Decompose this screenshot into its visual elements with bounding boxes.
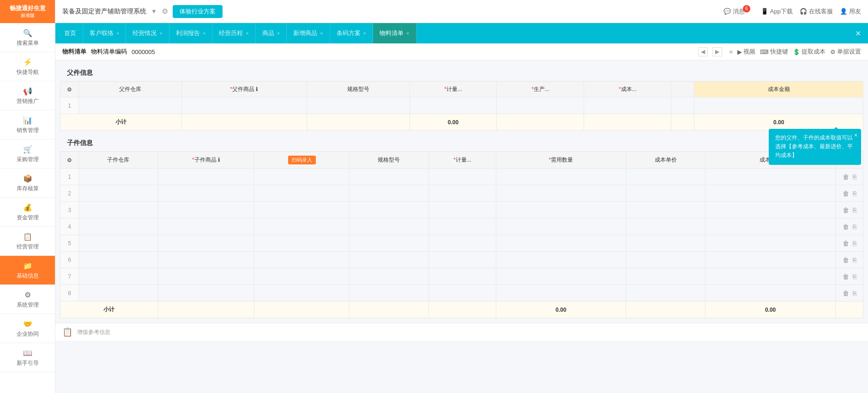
nav-tab-7[interactable]: 条码方案× [330, 23, 373, 43]
child-row-1-product[interactable] [158, 169, 254, 185]
nav-tab-close-6[interactable]: × [320, 30, 323, 36]
sidebar-item-7[interactable]: 📋 经营管理 [0, 227, 55, 256]
parent-row-1-spec[interactable] [307, 97, 410, 114]
child-row-6-qty[interactable] [496, 252, 626, 268]
child-row-2-product[interactable] [158, 185, 254, 202]
video-action[interactable]: ▶ 视频 [737, 48, 755, 56]
scan-button[interactable]: 扫码录入 [288, 156, 316, 164]
sidebar-item-10[interactable]: 🤝 企业协同 [0, 314, 55, 343]
child-row-1-spec[interactable] [350, 169, 429, 185]
nav-tab-close-8[interactable]: × [406, 30, 409, 36]
parent-gear-th[interactable]: ⚙ [60, 82, 79, 97]
nav-tab-0[interactable]: 首页 [58, 23, 83, 43]
child-row-5-spec[interactable] [350, 235, 429, 252]
nav-tab-close-4[interactable]: × [246, 30, 248, 36]
child-row-3-amount[interactable] [705, 202, 836, 218]
nav-tab-close-7[interactable]: × [363, 30, 366, 36]
nav-tab-8[interactable]: 物料清单× [373, 23, 416, 43]
child-row-4-warehouse[interactable] [79, 218, 158, 235]
child-row-5-qty[interactable] [496, 235, 626, 252]
copy-icon-8[interactable]: ⎘ [853, 290, 856, 297]
online-service-item[interactable]: 🎧 在线客服 [800, 7, 833, 16]
child-row-2-qty[interactable] [496, 185, 626, 202]
copy-icon-4[interactable]: ⎘ [853, 223, 856, 230]
child-gear-th[interactable]: ⚙ [60, 152, 79, 169]
child-row-7-warehouse[interactable] [79, 268, 158, 285]
tooltip-close-button[interactable]: × [854, 131, 857, 140]
sidebar-item-4[interactable]: 🛒 采购管理 [0, 139, 55, 169]
child-row-5-product[interactable] [158, 235, 254, 252]
extract-cost-action[interactable]: 💲 提取成本 [793, 48, 826, 56]
parent-row-1-cost[interactable] [584, 97, 671, 114]
child-row-1-qty[interactable] [496, 169, 626, 185]
child-row-5-unit-price[interactable] [626, 235, 705, 252]
sidebar-item-9[interactable]: ⚙ 系统管理 [0, 285, 55, 314]
nav-tab-4[interactable]: 经营历程× [212, 23, 255, 43]
child-row-4-unit[interactable] [428, 218, 496, 235]
child-row-6-warehouse[interactable] [79, 252, 158, 268]
child-row-2-amount[interactable] [705, 185, 836, 202]
nav-arrow-prev[interactable]: ◀ [698, 47, 708, 56]
delete-icon-1[interactable]: 🗑 [843, 173, 849, 181]
child-row-5-scan[interactable] [254, 235, 350, 252]
nav-tab-close-5[interactable]: × [277, 30, 280, 36]
nav-arrow-next[interactable]: ▶ [712, 47, 722, 56]
nav-tab-3[interactable]: 利润报告× [169, 23, 212, 43]
single-settings-action[interactable]: ⚙ 单据设置 [830, 48, 861, 56]
child-row-1-scan[interactable] [254, 169, 350, 185]
grid-view-icon[interactable]: ≡ [729, 48, 733, 55]
parent-row-1-unit[interactable] [410, 97, 497, 114]
parent-row-1-produce[interactable] [497, 97, 584, 114]
nav-tab-2[interactable]: 经营情况× [126, 23, 169, 43]
child-row-1-amount[interactable] [705, 169, 836, 185]
close-all-tabs-button[interactable]: ✕ [850, 29, 866, 38]
sidebar-item-1[interactable]: ⚡ 快捷导航 [0, 52, 55, 81]
child-row-2-unit[interactable] [428, 185, 496, 202]
sidebar-item-0[interactable]: 🔍 搜索菜单 [0, 23, 55, 52]
delete-icon-3[interactable]: 🗑 [843, 206, 849, 214]
delete-icon-8[interactable]: 🗑 [843, 290, 849, 297]
child-row-5-amount[interactable] [705, 235, 836, 252]
nav-tab-close-2[interactable]: × [159, 30, 162, 36]
delete-icon-7[interactable]: 🗑 [843, 273, 849, 280]
child-row-6-unit[interactable] [428, 252, 496, 268]
child-row-2-scan[interactable] [254, 185, 350, 202]
child-row-6-unit-price[interactable] [626, 252, 705, 268]
copy-icon-2[interactable]: ⎘ [853, 190, 856, 197]
parent-row-1-amount[interactable] [694, 97, 863, 114]
sidebar-item-5[interactable]: 📦 库存核算 [0, 169, 55, 198]
child-row-1-warehouse[interactable] [79, 169, 158, 185]
delete-icon-4[interactable]: 🗑 [843, 223, 849, 230]
delete-icon-6[interactable]: 🗑 [843, 256, 849, 264]
child-row-8-scan[interactable] [254, 285, 350, 302]
parent-row-1-product[interactable] [181, 97, 307, 114]
child-row-7-amount[interactable] [705, 268, 836, 285]
child-row-4-unit-price[interactable] [626, 218, 705, 235]
copy-icon-6[interactable]: ⎘ [853, 256, 856, 264]
nav-tab-6[interactable]: 新增商品× [287, 23, 330, 43]
copy-icon-5[interactable]: ⎘ [853, 240, 856, 247]
child-row-7-unit[interactable] [428, 268, 496, 285]
user-item[interactable]: 👤 用友 [840, 7, 861, 16]
trial-button[interactable]: 体验行业方案 [173, 5, 223, 18]
dropdown-arrow-icon[interactable]: ▼ [151, 8, 157, 15]
child-row-2-warehouse[interactable] [79, 185, 158, 202]
child-row-6-spec[interactable] [350, 252, 429, 268]
child-row-8-unit-price[interactable] [626, 285, 705, 302]
child-row-4-amount[interactable] [705, 218, 836, 235]
child-row-7-product[interactable] [158, 268, 254, 285]
child-row-8-spec[interactable] [350, 285, 429, 302]
nav-tab-1[interactable]: 客户联络× [83, 23, 126, 43]
child-row-3-scan[interactable] [254, 202, 350, 218]
child-row-7-scan[interactable] [254, 268, 350, 285]
message-item[interactable]: 💬 消息 6 [723, 7, 754, 16]
child-row-4-product[interactable] [158, 218, 254, 235]
child-row-7-qty[interactable] [496, 268, 626, 285]
sidebar-item-11[interactable]: 📖 新手引导 [0, 343, 55, 372]
copy-icon-3[interactable]: ⎘ [853, 206, 856, 214]
sidebar-item-2[interactable]: 📢 营销推广 [0, 81, 55, 110]
shortcut-action[interactable]: ⌨ 快捷键 [760, 48, 788, 56]
child-row-8-amount[interactable] [705, 285, 836, 302]
child-row-8-product[interactable] [158, 285, 254, 302]
child-row-6-scan[interactable] [254, 252, 350, 268]
